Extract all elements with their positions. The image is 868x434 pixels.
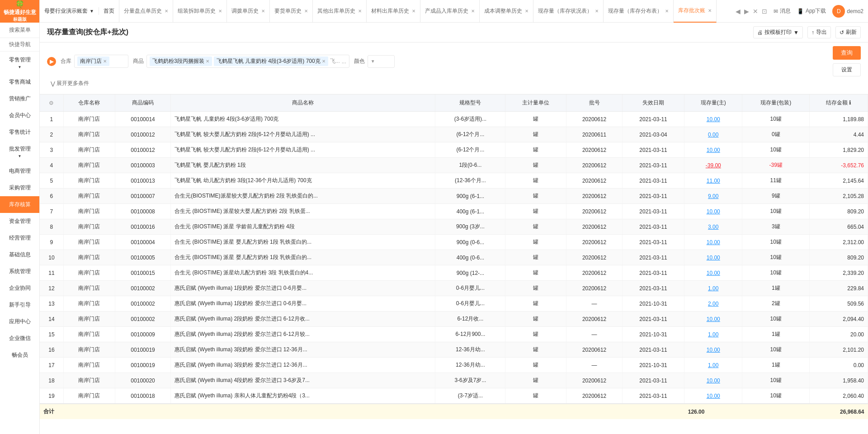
col-settings[interactable]: ⚙ bbox=[40, 94, 63, 112]
qty-main-val[interactable]: 10.00 bbox=[707, 270, 720, 276]
sidebar-item-purchase[interactable]: 采购管理 bbox=[0, 179, 39, 196]
tab-4[interactable]: 要货单历史✕ bbox=[270, 0, 313, 23]
sidebar-item-label: 批发管理 bbox=[9, 145, 31, 153]
tab-menu-btn[interactable]: ⊡ bbox=[760, 8, 769, 15]
qty-main-val[interactable]: 11.00 bbox=[707, 178, 720, 184]
sidebar-item-marketing[interactable]: 营销推广 bbox=[0, 90, 39, 107]
product-tag-2-remove[interactable]: ✕ bbox=[322, 59, 326, 64]
sidebar: 🍀 畅捷通好生意 标题版 搜索菜单 快捷导航 零售管理▼零售商城营销推广会员中心… bbox=[0, 0, 40, 434]
tab-close-icon[interactable]: ✕ bbox=[358, 9, 362, 14]
tab-1[interactable]: 分量盘点单历史✕ bbox=[119, 0, 173, 23]
product-tag-2[interactable]: 飞鹤星飞帆 儿童奶粉 4段(3-6岁适用) 700克 ✕ bbox=[214, 57, 328, 66]
print-btn[interactable]: 🖨 按模板打印 ▼ bbox=[753, 26, 803, 38]
col-spec: 规格型号 bbox=[435, 94, 505, 112]
qty-main-val[interactable]: 10.00 bbox=[707, 255, 720, 261]
qty-main-val[interactable]: 10.00 bbox=[707, 208, 720, 215]
tab-9[interactable]: 现存量（库存状况表）✕ bbox=[533, 0, 604, 23]
warehouse-tag-remove[interactable]: ✕ bbox=[103, 59, 107, 64]
expand-conditions-btn[interactable]: ⋁ 展开更多条件 bbox=[47, 78, 861, 89]
page-title: 现存量查询(按仓库+批次) bbox=[47, 28, 128, 37]
qty-main-val[interactable]: -39.00 bbox=[706, 162, 721, 169]
qty-main-val[interactable]: 10.00 bbox=[707, 393, 720, 399]
qty-main-val[interactable]: 10.00 bbox=[707, 239, 720, 245]
sidebar-item-finance[interactable]: 资金管理 bbox=[0, 213, 39, 230]
tab-6[interactable]: 材料出库单历史✕ bbox=[367, 0, 420, 23]
qty-main-val[interactable]: 3.00 bbox=[708, 224, 718, 230]
tab-close-icon[interactable]: ✕ bbox=[708, 8, 712, 13]
tab-prev-btn[interactable]: ◀ bbox=[734, 8, 742, 15]
tab-11[interactable]: 库存批次账✕ bbox=[674, 0, 717, 23]
qty-main-val[interactable]: 0.00 bbox=[708, 132, 718, 138]
sidebar-item-system[interactable]: 系统管理 bbox=[0, 263, 39, 280]
sidebar-item-vip[interactable]: 畅会员 bbox=[0, 347, 39, 363]
qty-main-val[interactable]: 10.00 bbox=[707, 347, 720, 353]
sidebar-item-guide[interactable]: 新手引导 bbox=[0, 297, 39, 313]
qty-main-val[interactable]: 9.00 bbox=[708, 193, 718, 199]
col-qty-main: 现存量(主) bbox=[684, 94, 742, 112]
tab-close-icon[interactable]: ✕ bbox=[261, 9, 265, 14]
tab-close-icon[interactable]: ✕ bbox=[525, 9, 528, 14]
product-tag-1[interactable]: 飞鹤奶粉3段丙捆握装 ✕ bbox=[150, 57, 212, 66]
product-tag-1-remove[interactable]: ✕ bbox=[206, 59, 209, 64]
tab-label: 其他出库单历史 bbox=[317, 7, 355, 15]
top-bar: 母婴行业演示账套 ▼ 首页分量盘点单历史✕组装拆卸单历史✕调拨单历史✕要货单历史… bbox=[40, 0, 868, 23]
tab-close-icon[interactable]: ✕ bbox=[665, 9, 669, 14]
app-download-btn[interactable]: 📱 App下载 bbox=[797, 7, 826, 15]
sidebar-item-wholesale[interactable]: 批发管理▼ bbox=[0, 141, 39, 163]
tab-close-icon[interactable]: ✕ bbox=[218, 9, 222, 14]
sidebar-quick-nav[interactable]: 快捷导航 bbox=[0, 38, 39, 52]
tab-7[interactable]: 产成品入库单历史✕ bbox=[420, 0, 480, 23]
tab-next-btn[interactable]: ▶ bbox=[742, 8, 751, 15]
tab-5[interactable]: 其他出库单历史✕ bbox=[313, 0, 367, 23]
sidebar-item-wechat[interactable]: 企业微信 bbox=[0, 330, 39, 347]
qty-main-val[interactable]: 10.00 bbox=[707, 316, 720, 322]
refresh-btn[interactable]: ↺ 刷新 bbox=[835, 26, 861, 38]
tab-close-btn[interactable]: ✕ bbox=[751, 8, 760, 15]
tab-close-icon[interactable]: ✕ bbox=[165, 9, 168, 14]
qty-main-val[interactable]: 2.00 bbox=[708, 301, 718, 307]
sidebar-item-retail[interactable]: 零售管理▼ bbox=[0, 52, 39, 74]
tab-close-icon[interactable]: ✕ bbox=[471, 9, 475, 14]
qty-main-val[interactable]: 1.00 bbox=[708, 285, 718, 292]
print-icon: 🖨 bbox=[757, 29, 763, 36]
tab-label: 现存量（库存状况表） bbox=[538, 7, 592, 15]
tab-close-icon[interactable]: ✕ bbox=[412, 9, 415, 14]
qty-main-val[interactable]: 1.00 bbox=[708, 362, 718, 368]
qty-main-val[interactable]: 10.00 bbox=[707, 147, 720, 153]
tab-2[interactable]: 组装拆卸单历史✕ bbox=[173, 0, 227, 23]
tab-close-icon[interactable]: ✕ bbox=[595, 9, 599, 14]
qty-main-val[interactable]: 1.00 bbox=[708, 331, 718, 338]
tab-close-icon[interactable]: ✕ bbox=[304, 9, 308, 14]
product-more-dots[interactable]: 飞... bbox=[330, 57, 340, 65]
tab-0[interactable]: 首页 bbox=[99, 0, 119, 23]
warehouse-tag-1[interactable]: 南岸门店 ✕ bbox=[77, 57, 109, 66]
qty-main-val[interactable]: 10.00 bbox=[707, 377, 720, 384]
color-filter-wrap[interactable]: ▼ bbox=[368, 55, 395, 68]
sidebar-item-enterprise[interactable]: 企业协同 bbox=[0, 280, 39, 297]
tab-8[interactable]: 成本调整单历史✕ bbox=[480, 0, 533, 23]
warehouse-tag-wrap[interactable]: 南岸门店 ✕ bbox=[74, 55, 128, 68]
setting-btn[interactable]: 设置 bbox=[833, 63, 861, 76]
sidebar-item-ecommerce[interactable]: 电商管理 bbox=[0, 163, 39, 179]
filter-nav-btn[interactable]: ▶ bbox=[47, 57, 56, 66]
sidebar-item-member[interactable]: 会员中心 bbox=[0, 107, 39, 124]
user-avatar-area[interactable]: D demo2 bbox=[832, 5, 863, 18]
sidebar-search-menu[interactable]: 搜索菜单 bbox=[0, 23, 39, 38]
product-tag-wrap[interactable]: 飞鹤奶粉3段丙捆握装 ✕ 飞鹤星飞帆 儿童奶粉 4段(3-6岁适用) 700克 … bbox=[146, 55, 349, 68]
sidebar-item-inventory[interactable]: 库存核算 bbox=[0, 196, 39, 213]
export-btn[interactable]: ↑ 导出 bbox=[807, 26, 831, 38]
query-btn[interactable]: 查询 bbox=[833, 46, 861, 60]
table-row: 19 南岸门店 00100018 惠氏启赋 (Wyeth illuma) 亲和人… bbox=[40, 388, 868, 404]
qty-main-val[interactable]: 10.00 bbox=[707, 116, 720, 123]
account-dropdown[interactable]: 母婴行业演示账套 ▼ bbox=[44, 7, 94, 15]
settings-icon[interactable]: ⚙ bbox=[49, 100, 54, 106]
tab-10[interactable]: 现存量（库存分布表）✕ bbox=[604, 0, 674, 23]
table-area: ⚙ 仓库名称 商品编码 商品名称 规格型号 主计量单位 批号 失效日期 现存量(… bbox=[40, 94, 868, 434]
sidebar-item-basic[interactable]: 基础信息 bbox=[0, 246, 39, 263]
sidebar-item-appstore[interactable]: 应用中心 bbox=[0, 313, 39, 330]
tab-3[interactable]: 调拨单历史✕ bbox=[227, 0, 270, 23]
sidebar-item-ops[interactable]: 经营管理 bbox=[0, 230, 39, 246]
sidebar-item-retail-stats[interactable]: 零售统计 bbox=[0, 124, 39, 141]
sidebar-item-retail-store[interactable]: 零售商城 bbox=[0, 74, 39, 90]
message-btn[interactable]: ✉ 消息 bbox=[774, 7, 791, 15]
